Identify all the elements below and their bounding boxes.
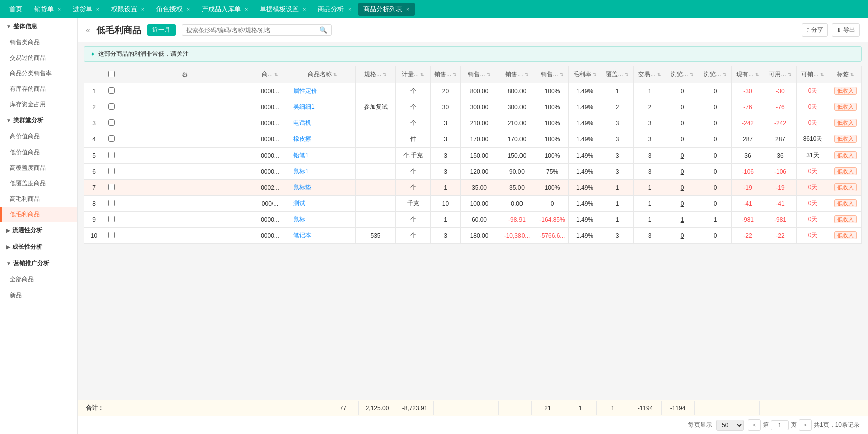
page-number-input[interactable] xyxy=(771,420,789,430)
view1-link[interactable]: 0 xyxy=(681,88,684,95)
cell-checkbox[interactable] xyxy=(104,228,119,244)
nav-permissions-close[interactable]: × xyxy=(141,6,144,12)
row-checkbox[interactable] xyxy=(108,184,115,190)
nav-analysis-close[interactable]: × xyxy=(348,6,351,12)
nav-analysis-list[interactable]: 商品分析列表 × xyxy=(358,3,414,16)
view1-link[interactable]: 1 xyxy=(681,216,684,223)
nav-template[interactable]: 单据模板设置 × xyxy=(255,3,311,16)
cell-name[interactable]: 测试 xyxy=(290,196,356,212)
column-settings-icon[interactable]: ⚙ xyxy=(182,71,188,79)
page-size-select[interactable]: 50 100 xyxy=(716,420,744,431)
nav-permissions[interactable]: 权限设置 × xyxy=(106,3,149,16)
row-checkbox[interactable] xyxy=(108,103,115,110)
cell-checkbox[interactable] xyxy=(104,83,119,99)
sidebar-item-new-products[interactable]: 新品 xyxy=(0,287,77,303)
th-name[interactable]: 商品名称⇅ xyxy=(290,66,356,83)
cell-checkbox[interactable] xyxy=(104,164,119,180)
row-checkbox[interactable] xyxy=(108,200,115,206)
prev-page-button[interactable]: ＜ xyxy=(748,419,761,431)
search-icon[interactable]: 🔍 xyxy=(319,26,327,34)
view1-link[interactable]: 0 xyxy=(681,136,684,143)
nav-roles[interactable]: 角色授权 × xyxy=(151,3,195,16)
sidebar-item-high-coverage[interactable]: 高覆盖度商品 xyxy=(0,160,77,176)
th-tag[interactable]: 标签⇅ xyxy=(829,66,862,83)
cell-name[interactable]: 鼠标1 xyxy=(290,164,356,180)
search-input[interactable] xyxy=(186,27,319,34)
row-checkbox[interactable] xyxy=(108,119,115,126)
nav-analysis-list-close[interactable]: × xyxy=(406,6,409,12)
cell-checkbox[interactable] xyxy=(104,180,119,196)
nav-purchase-close[interactable]: × xyxy=(96,6,99,12)
cell-checkbox[interactable] xyxy=(104,196,119,212)
th-settings[interactable]: ⚙ xyxy=(119,66,250,83)
th-view2[interactable]: 浏览...⇅ xyxy=(699,66,732,83)
cell-checkbox[interactable] xyxy=(104,99,119,115)
sidebar-item-high-margin[interactable]: 高毛利商品 xyxy=(0,191,77,207)
view1-link[interactable]: 0 xyxy=(681,232,684,239)
th-code[interactable]: 商...⇅ xyxy=(250,66,290,83)
nav-roles-close[interactable]: × xyxy=(187,6,190,12)
row-checkbox[interactable] xyxy=(108,216,115,222)
row-checkbox[interactable] xyxy=(108,87,115,94)
th-sale-pct[interactable]: 销售...⇅ xyxy=(536,66,569,83)
th-trade[interactable]: 交易...⇅ xyxy=(634,66,666,83)
sidebar-group-marketing[interactable]: ▼ 营销推广分析 xyxy=(0,255,77,272)
th-gross[interactable]: 毛利率⇅ xyxy=(569,66,601,83)
table-container[interactable]: ⚙ 商...⇅ 商品名称⇅ 规格...⇅ 计量...⇅ xyxy=(84,66,862,396)
nav-product-entry-close[interactable]: × xyxy=(245,6,248,12)
date-filter-button[interactable]: 近一月 xyxy=(147,24,176,36)
sidebar-item-low-coverage[interactable]: 低覆盖度商品 xyxy=(0,176,77,191)
view1-link[interactable]: 0 xyxy=(681,184,684,191)
sidebar-item-all-products[interactable]: 全部商品 xyxy=(0,272,77,287)
sidebar-item-high-value[interactable]: 高价值商品 xyxy=(0,129,77,144)
view1-link[interactable]: 0 xyxy=(681,200,684,207)
collapse-sidebar-btn[interactable]: « xyxy=(86,26,90,35)
nav-sales-close[interactable]: × xyxy=(58,6,61,12)
th-sale-amt[interactable]: 销售...⇅ xyxy=(461,66,498,83)
row-checkbox[interactable] xyxy=(108,152,115,158)
th-sale-qty[interactable]: 销售...⇅ xyxy=(431,66,461,83)
cell-checkbox[interactable] xyxy=(104,148,119,164)
sidebar-item-sales-products[interactable]: 销售类商品 xyxy=(0,35,77,50)
cell-name[interactable]: 笔记本 xyxy=(290,228,356,244)
nav-analysis[interactable]: 商品分析 × xyxy=(313,3,356,16)
nav-product-entry[interactable]: 产成品入库单 × xyxy=(197,3,253,16)
sidebar-item-low-value[interactable]: 低价值商品 xyxy=(0,144,77,160)
cell-name[interactable]: 属性定价 xyxy=(290,83,356,99)
cell-name[interactable]: 橡皮擦 xyxy=(290,131,356,148)
th-sale-profit[interactable]: 销售...⇅ xyxy=(498,66,536,83)
th-unit[interactable]: 计量...⇅ xyxy=(396,66,431,83)
next-page-button[interactable]: ＞ xyxy=(799,419,812,431)
nav-purchase[interactable]: 进货单 × xyxy=(68,3,104,16)
th-avail[interactable]: 可用...⇅ xyxy=(764,66,797,83)
sidebar-group-overall[interactable]: ▼ 整体信息 xyxy=(0,18,77,35)
cell-name[interactable]: 鼠标 xyxy=(290,212,356,228)
view1-link[interactable]: 0 xyxy=(681,104,684,111)
view1-link[interactable]: 0 xyxy=(681,120,684,127)
sidebar-group-circulation[interactable]: ▶ 流通性分析 xyxy=(0,222,77,239)
nav-sales[interactable]: 销货单 × xyxy=(29,3,66,16)
cell-checkbox[interactable] xyxy=(104,115,119,131)
th-cover[interactable]: 覆盖...⇅ xyxy=(601,66,634,83)
export-button[interactable]: ⬇ 导出 xyxy=(832,23,860,37)
row-checkbox[interactable] xyxy=(108,135,115,142)
th-spec[interactable]: 规格...⇅ xyxy=(356,66,396,83)
sidebar-group-growth[interactable]: ▶ 成长性分析 xyxy=(0,239,77,255)
row-checkbox[interactable] xyxy=(108,168,115,174)
th-view1[interactable]: 浏览...⇅ xyxy=(666,66,699,83)
nav-template-close[interactable]: × xyxy=(303,6,306,12)
row-checkbox[interactable] xyxy=(108,232,115,238)
share-button[interactable]: ⤴ 分享 xyxy=(802,23,828,37)
cell-checkbox[interactable] xyxy=(104,212,119,228)
cell-name[interactable]: 电话机 xyxy=(290,115,356,131)
sidebar-item-traded-products[interactable]: 交易过的商品 xyxy=(0,50,77,66)
cell-name[interactable]: 鼠标垫 xyxy=(290,180,356,196)
sidebar-item-inventory-capital[interactable]: 库存资金占用 xyxy=(0,97,77,112)
sidebar-item-low-margin[interactable]: 低毛利商品 xyxy=(0,207,77,222)
select-all-checkbox[interactable] xyxy=(108,71,115,77)
sidebar-group-rrfm[interactable]: ▼ 类群堂分析 xyxy=(0,112,77,129)
view1-link[interactable]: 0 xyxy=(681,152,684,159)
cell-checkbox[interactable] xyxy=(104,131,119,148)
th-saleable[interactable]: 可销...⇅ xyxy=(797,66,829,83)
nav-home[interactable]: 首页 xyxy=(4,3,27,16)
